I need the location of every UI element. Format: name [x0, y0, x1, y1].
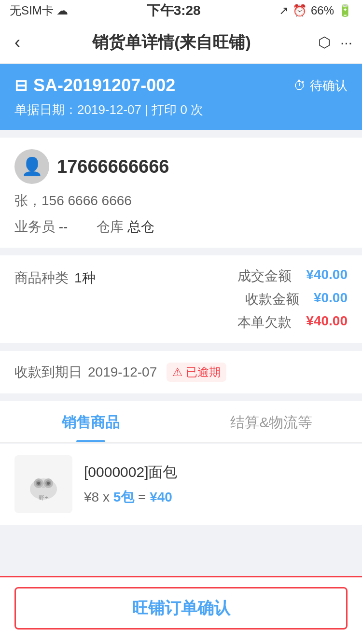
owe-amount-label: 本单欠款 — [237, 313, 292, 332]
avatar-icon: 👤 — [21, 156, 43, 177]
owe-amount-value: ¥40.00 — [306, 313, 348, 332]
overdue-text: 已逾期 — [186, 364, 221, 380]
customer-name: 张，156 6666 6666 — [14, 192, 348, 210]
deal-amount-value: ¥40.00 — [306, 267, 348, 285]
more-icon[interactable]: ··· — [340, 34, 352, 51]
share-icon[interactable]: ⬡ — [318, 34, 331, 51]
tab-sales-products[interactable]: 销售商品 — [0, 401, 181, 442]
order-date-meta: 单据日期：2019-12-07 | 打印 0 次 — [14, 101, 348, 118]
customer-top: 👤 17666666666 — [14, 149, 348, 184]
customer-card: 👤 17666666666 张，156 6666 6666 业务员 -- 仓库 … — [0, 138, 362, 248]
salesperson-label: 业务员 — [14, 219, 55, 234]
product-types-value: 1种 — [74, 269, 96, 287]
product-list: 野+ [0000002]面包 ¥8 x 5包 = ¥40 — [0, 444, 362, 525]
product-eq: = — [134, 490, 150, 504]
product-types: 商品种类 1种 — [14, 267, 96, 287]
alarm-icon: ⏰ — [292, 4, 307, 17]
tab-settle-label: 结算&物流等 — [230, 414, 312, 430]
order-header-top: ⊟ SA-20191207-002 ⏱ 待确认 — [14, 75, 348, 96]
product-item: 野+ [0000002]面包 ¥8 x 5包 = ¥40 — [0, 444, 362, 525]
tab-sales-label: 销售商品 — [62, 414, 120, 430]
customer-meta: 业务员 -- 仓库 总仓 — [14, 218, 348, 236]
tabs-bar: 销售商品 结算&物流等 — [0, 401, 362, 443]
product-image-icon: 野+ — [24, 465, 63, 504]
warning-icon: ⚠ — [172, 365, 183, 379]
product-thumbnail: 野+ — [14, 455, 72, 513]
product-unit-price: ¥8 x — [84, 490, 113, 504]
status-time: 下午3:28 — [147, 1, 201, 20]
battery-label: 66% — [311, 4, 334, 17]
product-types-label: 商品种类 — [14, 269, 69, 287]
nav-title: 销货单详情(来自旺铺) — [25, 31, 318, 54]
no-sim-label: 无SIM卡 ☁ — [10, 3, 68, 18]
svg-text:野+: 野+ — [39, 494, 48, 501]
customer-phone: 17666666666 — [57, 156, 169, 177]
received-amount-label: 收款金额 — [245, 290, 299, 308]
order-id: ⊟ SA-20191207-002 — [14, 75, 175, 96]
avatar: 👤 — [14, 149, 49, 184]
received-amount-value: ¥0.00 — [314, 290, 348, 308]
clock-icon: ⏱ — [293, 78, 306, 93]
warehouse-item: 仓库 总仓 — [97, 218, 154, 236]
battery-icon: 🔋 — [338, 4, 352, 17]
due-date-card: 收款到期日 2019-12-07 ⚠ 已逾期 — [0, 351, 362, 393]
wangpu-confirm-button[interactable]: 旺铺订单确认 — [14, 587, 348, 630]
order-id-text: SA-20191207-002 — [33, 75, 175, 96]
summary-card: 商品种类 1种 成交金额 ¥40.00 收款金额 ¥0.00 本单欠款 ¥40.… — [0, 255, 362, 343]
warehouse-value: 总仓 — [127, 219, 154, 234]
warehouse-label: 仓库 — [97, 219, 124, 234]
nav-bar: ‹ 销货单详情(来自旺铺) ⬡ ··· — [0, 21, 362, 64]
svg-point-5 — [37, 482, 40, 485]
amounts: 成交金额 ¥40.00 收款金额 ¥0.00 本单欠款 ¥40.00 — [237, 267, 348, 332]
bottom-bar: 旺铺订单确认 — [0, 576, 362, 644]
status-right: ↗ ⏰ 66% 🔋 — [279, 4, 352, 17]
svg-point-6 — [47, 482, 50, 485]
deal-amount-row: 成交金额 ¥40.00 — [237, 267, 348, 285]
salesperson-item: 业务员 -- — [14, 218, 68, 236]
product-name: [0000002]面包 — [84, 462, 348, 482]
order-icon: ⊟ — [14, 76, 28, 95]
order-status-badge: ⏱ 待确认 — [293, 77, 348, 94]
status-left: 无SIM卡 ☁ — [10, 3, 68, 18]
salesperson-value: -- — [59, 219, 68, 234]
location-icon: ↗ — [279, 4, 289, 17]
product-total: ¥40 — [150, 490, 172, 504]
order-status-text: 待确认 — [310, 77, 348, 94]
overdue-badge: ⚠ 已逾期 — [167, 363, 226, 382]
owe-amount-row: 本单欠款 ¥40.00 — [237, 313, 348, 332]
due-date-label: 收款到期日 — [14, 363, 82, 381]
tab-settle[interactable]: 结算&物流等 — [181, 401, 362, 442]
deal-amount-label: 成交金额 — [237, 267, 292, 285]
nav-actions: ⬡ ··· — [318, 34, 352, 51]
product-info: [0000002]面包 ¥8 x 5包 = ¥40 — [84, 462, 348, 506]
due-date-value: 2019-12-07 — [88, 364, 157, 380]
order-header-card: ⊟ SA-20191207-002 ⏱ 待确认 单据日期：2019-12-07 … — [0, 64, 362, 130]
product-qty: 5包 — [113, 490, 135, 504]
confirm-button-label: 旺铺订单确认 — [132, 597, 230, 619]
received-amount-row: 收款金额 ¥0.00 — [245, 290, 348, 308]
status-bar: 无SIM卡 ☁ 下午3:28 ↗ ⏰ 66% 🔋 — [0, 0, 362, 21]
back-button[interactable]: ‹ — [10, 28, 25, 57]
product-price: ¥8 x 5包 = ¥40 — [84, 488, 348, 506]
